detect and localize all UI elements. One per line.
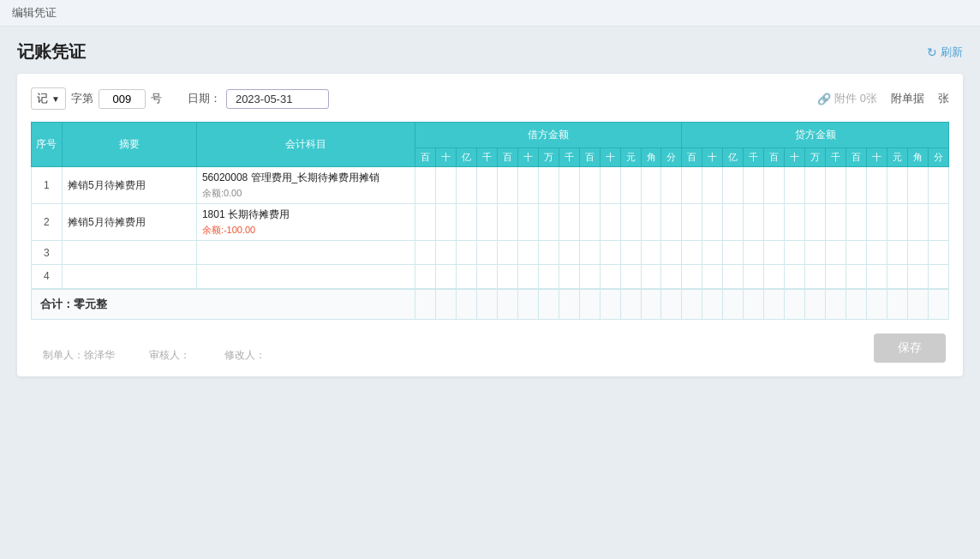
debit-cell-r3-c3[interactable]: [457, 241, 477, 265]
credit-cell-r1-c9[interactable]: [846, 167, 866, 204]
debit-cell-r4-c10[interactable]: [600, 265, 620, 289]
debit-cell-r3-c1[interactable]: [415, 241, 436, 265]
credit-cell-r2-c6[interactable]: [785, 204, 805, 241]
credit-cell-r2-c10[interactable]: [866, 204, 887, 241]
credit-cell-r1-c4[interactable]: [744, 167, 764, 204]
debit-cell-r1-c5[interactable]: [497, 167, 517, 204]
debit-cell-r4-c4[interactable]: [477, 265, 498, 289]
debit-cell-r2-c6[interactable]: [517, 204, 538, 241]
debit-cell-r2-c11[interactable]: [620, 204, 641, 241]
credit-cell-r4-c11[interactable]: [887, 265, 907, 289]
credit-cell-r2-c4[interactable]: [744, 204, 764, 241]
credit-cell-r3-c11[interactable]: [887, 241, 907, 265]
account-3[interactable]: [196, 241, 415, 265]
credit-cell-r1-c1[interactable]: [682, 167, 702, 204]
debit-cell-r2-c10[interactable]: [600, 204, 620, 241]
credit-cell-r3-c6[interactable]: [785, 241, 805, 265]
credit-cell-r2-c1[interactable]: [682, 204, 702, 241]
credit-cell-r3-c4[interactable]: [744, 241, 764, 265]
credit-cell-r3-c5[interactable]: [764, 241, 785, 265]
debit-cell-r3-c9[interactable]: [579, 241, 600, 265]
credit-cell-r1-c3[interactable]: [723, 167, 744, 204]
summary-1[interactable]: 摊销5月待摊费用: [62, 167, 196, 204]
account-1[interactable]: 56020008 管理费用_长期待摊费用摊销余额:0.00: [196, 167, 415, 204]
summary-2[interactable]: 摊销5月待摊费用: [62, 204, 196, 241]
save-button[interactable]: 保存: [874, 334, 946, 363]
credit-cell-r4-c10[interactable]: [866, 265, 887, 289]
credit-cell-r3-c10[interactable]: [866, 241, 887, 265]
credit-cell-r2-c3[interactable]: [723, 204, 744, 241]
credit-cell-r1-c2[interactable]: [702, 167, 723, 204]
credit-cell-r3-c13[interactable]: [928, 241, 948, 265]
debit-cell-r2-c8[interactable]: [559, 204, 579, 241]
account-4[interactable]: [196, 265, 415, 289]
debit-cell-r2-c13[interactable]: [661, 204, 682, 241]
debit-cell-r1-c12[interactable]: [641, 167, 661, 204]
debit-cell-r1-c11[interactable]: [620, 167, 641, 204]
debit-cell-r1-c1[interactable]: [415, 167, 436, 204]
credit-cell-r1-c12[interactable]: [907, 167, 928, 204]
credit-cell-r2-c12[interactable]: [907, 204, 928, 241]
debit-cell-r4-c7[interactable]: [538, 265, 559, 289]
debit-cell-r1-c13[interactable]: [661, 167, 682, 204]
debit-cell-r3-c12[interactable]: [641, 241, 661, 265]
credit-cell-r4-c12[interactable]: [907, 265, 928, 289]
debit-cell-r1-c7[interactable]: [538, 167, 559, 204]
debit-cell-r1-c9[interactable]: [579, 167, 600, 204]
credit-cell-r1-c5[interactable]: [764, 167, 785, 204]
debit-cell-r2-c12[interactable]: [641, 204, 661, 241]
credit-cell-r3-c12[interactable]: [907, 241, 928, 265]
credit-cell-r3-c1[interactable]: [682, 241, 702, 265]
credit-cell-r4-c6[interactable]: [785, 265, 805, 289]
debit-cell-r3-c2[interactable]: [436, 241, 457, 265]
debit-cell-r4-c1[interactable]: [415, 265, 436, 289]
debit-cell-r3-c5[interactable]: [497, 241, 517, 265]
debit-cell-r4-c12[interactable]: [641, 265, 661, 289]
credit-cell-r1-c10[interactable]: [866, 167, 887, 204]
debit-cell-r4-c2[interactable]: [436, 265, 457, 289]
credit-cell-r1-c11[interactable]: [887, 167, 907, 204]
debit-cell-r3-c7[interactable]: [538, 241, 559, 265]
debit-cell-r4-c8[interactable]: [559, 265, 579, 289]
debit-cell-r4-c6[interactable]: [517, 265, 538, 289]
summary-4[interactable]: [62, 265, 196, 289]
credit-cell-r4-c13[interactable]: [928, 265, 948, 289]
account-2[interactable]: 1801 长期待摊费用余额:-100.00: [196, 204, 415, 241]
debit-cell-r2-c1[interactable]: [415, 204, 436, 241]
debit-cell-r1-c6[interactable]: [517, 167, 538, 204]
debit-cell-r4-c9[interactable]: [579, 265, 600, 289]
credit-cell-r3-c9[interactable]: [846, 241, 866, 265]
debit-cell-r2-c3[interactable]: [457, 204, 477, 241]
debit-cell-r2-c2[interactable]: [436, 204, 457, 241]
credit-cell-r3-c8[interactable]: [825, 241, 846, 265]
credit-cell-r3-c2[interactable]: [702, 241, 723, 265]
debit-cell-r3-c6[interactable]: [517, 241, 538, 265]
credit-cell-r4-c4[interactable]: [744, 265, 764, 289]
attachment-link[interactable]: 🔗 附件 0张: [817, 91, 877, 106]
credit-cell-r3-c3[interactable]: [723, 241, 744, 265]
credit-cell-r2-c7[interactable]: [805, 204, 826, 241]
date-input[interactable]: [226, 89, 329, 109]
refresh-button[interactable]: ↻ 刷新: [927, 45, 963, 60]
debit-cell-r1-c2[interactable]: [436, 167, 457, 204]
ji-selector[interactable]: 记 ▼: [31, 87, 66, 110]
debit-cell-r4-c13[interactable]: [661, 265, 682, 289]
credit-cell-r2-c5[interactable]: [764, 204, 785, 241]
debit-cell-r3-c8[interactable]: [559, 241, 579, 265]
debit-cell-r3-c11[interactable]: [620, 241, 641, 265]
credit-cell-r1-c13[interactable]: [928, 167, 948, 204]
credit-cell-r4-c9[interactable]: [846, 265, 866, 289]
credit-cell-r1-c6[interactable]: [785, 167, 805, 204]
credit-cell-r3-c7[interactable]: [805, 241, 826, 265]
credit-cell-r4-c7[interactable]: [805, 265, 826, 289]
debit-cell-r2-c9[interactable]: [579, 204, 600, 241]
credit-cell-r2-c9[interactable]: [846, 204, 866, 241]
voucher-number-input[interactable]: [99, 89, 146, 109]
credit-cell-r4-c3[interactable]: [723, 265, 744, 289]
credit-cell-r1-c8[interactable]: [825, 167, 846, 204]
credit-cell-r2-c13[interactable]: [928, 204, 948, 241]
debit-cell-r4-c3[interactable]: [457, 265, 477, 289]
debit-cell-r2-c4[interactable]: [477, 204, 498, 241]
credit-cell-r4-c5[interactable]: [764, 265, 785, 289]
credit-cell-r4-c8[interactable]: [825, 265, 846, 289]
